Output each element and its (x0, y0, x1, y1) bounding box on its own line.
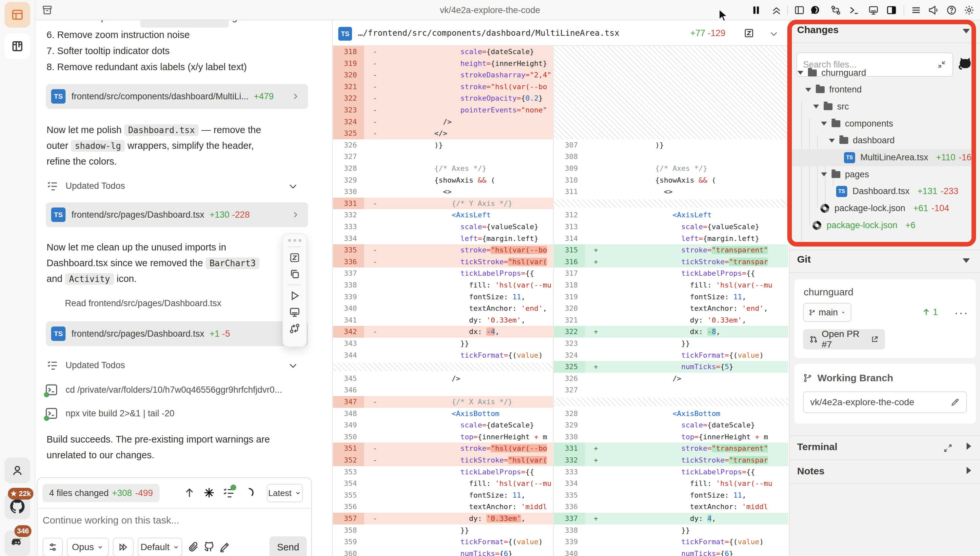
diff-line: 330 <> (333, 186, 553, 198)
more-options-icon[interactable]: ··· (954, 306, 969, 319)
removed-count: -5 (222, 329, 230, 339)
panel-left-icon[interactable] (794, 5, 806, 16)
diff-line: 326 /> (554, 373, 788, 385)
open-pr-button[interactable]: Open PR #7 (803, 329, 885, 349)
diff-line: 318 fill: 'hsl(var(--mu (554, 279, 788, 291)
section-divider (789, 250, 980, 251)
burst-icon[interactable] (203, 486, 215, 499)
chat-bubble-icon[interactable] (810, 5, 821, 16)
settings-gear-icon[interactable] (964, 5, 975, 16)
section-collapse-icon[interactable] (962, 258, 970, 263)
diff-line: 311 <> (554, 186, 788, 198)
diff-line: 315+ stroke="transparent" (554, 244, 788, 256)
git-compare-icon[interactable] (830, 5, 842, 16)
diff-line: 317 tickLabelProps={{ (554, 268, 788, 279)
diff-empty-region (333, 361, 553, 373)
terminal-command-row[interactable]: npx vite build 2>&1 | tail -20 (45, 407, 174, 420)
more-dots-icon[interactable] (288, 239, 302, 242)
diff-line: 352- tickStroke="hsl(var( (333, 454, 553, 466)
diff-line: 347- {/* X Axis */} (333, 396, 553, 408)
todos-status-icon[interactable] (223, 486, 235, 499)
diff-line: 333 tickLabelProps={{ (554, 466, 788, 478)
help-icon[interactable] (946, 5, 958, 16)
document-icon (47, 297, 58, 309)
snapshot-icon[interactable] (289, 252, 300, 263)
external-link-icon (871, 335, 878, 344)
terminal-icon[interactable] (849, 5, 861, 16)
diff-line: 319 fontSize: 11, (554, 291, 788, 303)
chevron-right-icon (291, 210, 300, 219)
command-text: npx vite build 2>&1 | tail -20 (66, 409, 174, 419)
settings-sliders-button[interactable] (43, 538, 63, 556)
section-expand-icon[interactable] (967, 443, 971, 450)
removed-count: -228 (232, 210, 250, 220)
todo-list: 6. Remove zoom instruction noise7. Softe… (47, 27, 247, 75)
git-compare-small-icon[interactable] (289, 323, 300, 335)
latest-dropdown[interactable]: Latest (267, 484, 303, 502)
mode-dropdown[interactable]: Default (138, 538, 182, 556)
github-attach-icon[interactable] (203, 541, 215, 553)
diff-line: 329 {showAxis && ( (333, 175, 553, 186)
diff-line: 349 scale={dateScale} (333, 419, 553, 431)
layout-view-button[interactable] (5, 2, 30, 27)
collapse-up-icon[interactable] (771, 5, 783, 16)
fast-forward-button[interactable] (113, 538, 134, 556)
chevron-down-icon[interactable] (288, 181, 298, 191)
diff-line: 319- height={innerHeight} (333, 58, 553, 70)
clipped-text: g (232, 20, 237, 23)
updated-todos-row[interactable]: Updated Todos (47, 359, 125, 371)
assistant-message: Now let me clean up the unused imports i… (47, 239, 260, 286)
snapshot-icon[interactable] (743, 27, 754, 39)
play-icon[interactable] (289, 290, 300, 302)
spinner-icon (243, 487, 254, 498)
highlighter-icon[interactable] (219, 541, 231, 553)
discord-count-badge: 346 (15, 525, 31, 537)
updated-todos-row[interactable]: Updated Todos (47, 180, 125, 192)
checklist-icon (47, 359, 58, 371)
diff-line: 344 tickFormat={(value) (333, 349, 553, 361)
archive-icon[interactable] (41, 4, 53, 16)
attach-icon[interactable] (187, 541, 199, 553)
chevron-down-icon[interactable] (769, 29, 779, 39)
read-file-row[interactable]: Read frontend/src/pages/Dashboard.tsx (47, 297, 221, 309)
diff-line: 324 tickFormat={(value) (554, 349, 788, 361)
section-expand-icon[interactable] (967, 467, 971, 474)
added-count: +130 (210, 210, 229, 220)
copy-icon[interactable] (289, 268, 300, 280)
chevron-down-icon[interactable] (288, 360, 298, 371)
megaphone-icon[interactable] (928, 5, 940, 16)
todo-item: 6. Remove zoom instruction noise (47, 27, 247, 43)
panel-right-icon[interactable] (886, 5, 898, 16)
diff-line: 335 fontSize: 11, (554, 490, 788, 501)
board-view-button[interactable] (5, 34, 30, 59)
diff-line: 310 {showAxis && ( (554, 175, 788, 186)
read-file-label: Read frontend/src/pages/Dashboard.tsx (65, 298, 221, 309)
diff-line: 328 <AxisBottom (554, 408, 788, 420)
file-chip-dashboard[interactable]: TS frontend/src/pages/Dashboard.tsx +130… (46, 202, 308, 227)
diff-line: 321 dy: '0.33em', (554, 314, 788, 326)
scroll-up-icon[interactable] (183, 486, 196, 499)
file-chip-multilinearea[interactable]: TS frontend/src/components/dashboard/Mul… (46, 84, 308, 109)
send-button[interactable]: Send (270, 536, 307, 556)
diff-line: 331+ stroke="transparent" (554, 443, 788, 454)
message-input[interactable]: Continue working on this task... (43, 515, 179, 526)
profile-button[interactable] (5, 457, 30, 483)
files-changed-chip[interactable]: 4 files changed +308 -499 (43, 484, 160, 502)
model-dropdown[interactable]: Opus (67, 538, 109, 556)
file-chip-dashboard-2[interactable]: TS frontend/src/pages/Dashboard.tsx +1 -… (46, 321, 308, 346)
working-branch-input[interactable]: vk/4e2a-explore-the-code (803, 391, 967, 413)
monitor-small-icon[interactable] (289, 306, 300, 318)
diff-line: 342- dx: -4, (333, 326, 553, 338)
monitor-icon[interactable] (868, 5, 880, 16)
pause-icon[interactable] (751, 5, 762, 16)
diff-line: 321- stroke="hsl(var(--bo (333, 81, 553, 93)
diff-body: 318- scale={dateScale}319- height={inner… (333, 46, 788, 556)
diff-line: 326 )} (333, 139, 553, 151)
terminal-command-row[interactable]: cd /private/var/folders/10/h7w0q46556ggr… (45, 383, 282, 397)
terminal-section-title: Terminal (797, 441, 838, 453)
menu-icon[interactable] (911, 5, 922, 16)
diff-line: 334 fill: 'hsl(var(--mu (554, 478, 788, 490)
toolbar-separator (787, 5, 788, 15)
branch-dropdown[interactable]: main (803, 303, 851, 322)
expand-icon[interactable] (943, 443, 953, 453)
